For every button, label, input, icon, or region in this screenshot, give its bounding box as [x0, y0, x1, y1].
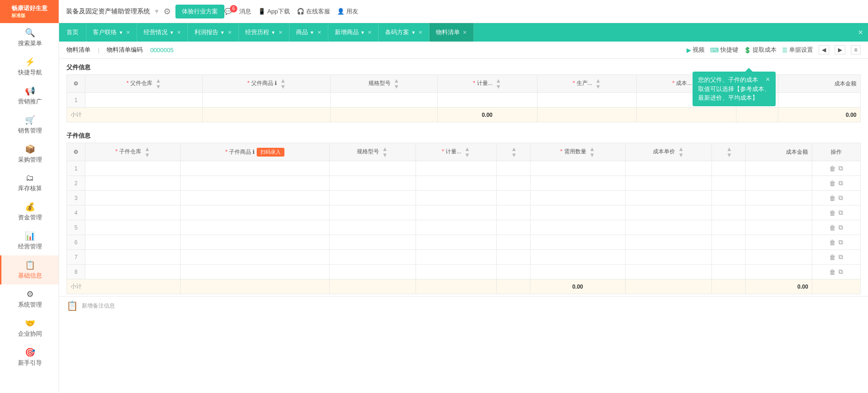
delete-icon-4[interactable]: 🗑: [829, 209, 836, 217]
child-cell-unit-cost-4[interactable]: [625, 206, 711, 220]
sidebar-item-basic_info[interactable]: 📋基础信息: [0, 255, 59, 284]
nav-tab-goods[interactable]: 商品▼✕: [289, 23, 328, 42]
nav-tab-profit[interactable]: 利润报告▼✕: [188, 23, 239, 42]
child-cell-need-qty-1[interactable]: [530, 161, 625, 176]
child-cell-unit-cost-5[interactable]: [625, 220, 711, 235]
child-cell-spec-2[interactable]: [329, 176, 416, 191]
child-cell-qty-2[interactable]: [416, 176, 496, 191]
experience-button[interactable]: 体验行业方案: [175, 5, 224, 18]
sidebar-item-marketing[interactable]: 📢营销推广: [0, 81, 59, 110]
delete-icon-8[interactable]: 🗑: [829, 268, 836, 276]
copy-icon-4[interactable]: ⧉: [838, 209, 843, 217]
online-service-item[interactable]: 🎧 在线客服: [297, 7, 330, 16]
child-cell-spec-1[interactable]: [329, 161, 416, 176]
child-cell-goods-8[interactable]: [180, 265, 329, 279]
parent-th-settings[interactable]: ⚙: [67, 75, 85, 93]
delete-icon-6[interactable]: 🗑: [829, 239, 836, 246]
sidebar-item-inventory[interactable]: 🗂库存核算: [0, 169, 59, 197]
nav-tab-close-goods[interactable]: ✕: [317, 30, 321, 36]
parent-cell-qty-1[interactable]: [437, 93, 537, 108]
delete-icon-7[interactable]: 🗑: [829, 254, 836, 261]
child-cell-qty-3[interactable]: [416, 191, 496, 206]
child-cell-spec-3[interactable]: [329, 191, 416, 206]
prev-page-button[interactable]: ◀: [819, 45, 829, 54]
nav-tab-close-new_goods[interactable]: ✕: [368, 30, 372, 36]
nav-tab-close-operation[interactable]: ✕: [177, 30, 181, 36]
nav-tab-close-barcode[interactable]: ✕: [418, 30, 422, 36]
sidebar-item-sales[interactable]: 🛒销售管理: [0, 110, 59, 139]
close-all-tabs-button[interactable]: ✕: [858, 29, 863, 36]
single-setting-button[interactable]: ☰ 单据设置: [782, 46, 813, 54]
child-cell-goods-2[interactable]: [180, 176, 329, 191]
child-cell-warehouse-7[interactable]: [85, 250, 181, 265]
child-th-settings[interactable]: ⚙: [67, 143, 85, 161]
next-page-button[interactable]: ▶: [835, 45, 845, 54]
child-cell-spec-6[interactable]: [329, 235, 416, 250]
nav-tab-close-customer[interactable]: ✕: [126, 30, 130, 36]
nav-tab-new_goods[interactable]: 新增商品▼✕: [328, 23, 379, 42]
copy-icon-5[interactable]: ⧉: [838, 224, 843, 231]
parent-cell-spec-1[interactable]: [331, 93, 437, 108]
child-cell-warehouse-8[interactable]: [85, 265, 181, 279]
child-cell-qty-1[interactable]: [416, 161, 496, 176]
child-cell-need-qty-3[interactable]: [530, 191, 625, 206]
copy-icon-3[interactable]: ⧉: [838, 194, 843, 202]
child-cell-unit-cost-7[interactable]: [625, 250, 711, 265]
child-cell-spec-4[interactable]: [329, 206, 416, 220]
message-item[interactable]: 💬 6 消息: [224, 7, 251, 16]
nav-tab-bom[interactable]: 物料清单✕: [429, 23, 474, 42]
child-cell-goods-5[interactable]: [180, 220, 329, 235]
delete-icon-2[interactable]: 🗑: [829, 180, 836, 187]
child-cell-spec-5[interactable]: [329, 220, 416, 235]
copy-icon-1[interactable]: ⧉: [838, 164, 843, 172]
child-cell-warehouse-2[interactable]: [85, 176, 181, 191]
child-cell-goods-1[interactable]: [180, 161, 329, 176]
child-cell-warehouse-5[interactable]: [85, 220, 181, 235]
nav-tab-history[interactable]: 经营历程▼✕: [239, 23, 289, 42]
delete-icon-3[interactable]: 🗑: [829, 194, 836, 202]
extract-cost-button[interactable]: 💲 提取成本: [744, 46, 777, 54]
tooltip-close-button[interactable]: ✕: [766, 75, 770, 84]
nav-tab-home[interactable]: 首页: [59, 23, 86, 42]
parent-cell-goods-1[interactable]: [203, 93, 331, 108]
sidebar-item-quick_nav[interactable]: ⚡快捷导航: [0, 52, 59, 81]
child-cell-unit-cost-1[interactable]: [625, 161, 711, 176]
parent-cell-prod-1[interactable]: [537, 93, 637, 108]
nav-tab-operation[interactable]: 经营情况▼✕: [137, 23, 188, 42]
nav-tab-customer[interactable]: 客户联络▼✕: [86, 23, 137, 42]
sidebar-item-system[interactable]: ⚙系统管理: [0, 284, 59, 314]
child-cell-warehouse-4[interactable]: [85, 206, 181, 220]
child-cell-qty-4[interactable]: [416, 206, 496, 220]
delete-icon-5[interactable]: 🗑: [829, 224, 836, 231]
child-cell-qty-8[interactable]: [416, 265, 496, 279]
child-cell-qty-5[interactable]: [416, 220, 496, 235]
nav-tab-close-profit[interactable]: ✕: [228, 30, 232, 36]
child-cell-need-qty-8[interactable]: [530, 265, 625, 279]
child-cell-goods-6[interactable]: [180, 235, 329, 250]
sidebar-item-enterprise[interactable]: 🤝企业协同: [0, 314, 59, 343]
child-cell-warehouse-1[interactable]: [85, 161, 181, 176]
scan-input-button[interactable]: 扫码录入: [257, 148, 284, 157]
breadcrumb-current[interactable]: 物料清单: [66, 46, 90, 54]
child-cell-need-qty-2[interactable]: [530, 176, 625, 191]
sidebar-item-operations[interactable]: 📊经营管理: [0, 226, 59, 255]
nav-tab-barcode[interactable]: 条码方案▼✕: [379, 23, 429, 42]
child-cell-unit-cost-6[interactable]: [625, 235, 711, 250]
copy-icon-8[interactable]: ⧉: [838, 268, 843, 276]
user-item[interactable]: 👤 用友: [337, 7, 358, 16]
child-cell-spec-7[interactable]: [329, 250, 416, 265]
view-video-button[interactable]: ▶ 视频: [687, 46, 705, 54]
shortcut-button[interactable]: ⌨ 快捷键: [710, 46, 738, 54]
child-cell-need-qty-7[interactable]: [530, 250, 625, 265]
child-cell-warehouse-6[interactable]: [85, 235, 181, 250]
copy-icon-2[interactable]: ⧉: [838, 179, 843, 187]
sidebar-item-purchase[interactable]: 📦采购管理: [0, 139, 59, 169]
child-cell-goods-7[interactable]: [180, 250, 329, 265]
child-cell-unit-cost-8[interactable]: [625, 265, 711, 279]
copy-icon-6[interactable]: ⧉: [838, 238, 843, 246]
child-cell-unit-cost-2[interactable]: [625, 176, 711, 191]
child-cell-qty-7[interactable]: [416, 250, 496, 265]
child-cell-qty-6[interactable]: [416, 235, 496, 250]
child-cell-goods-4[interactable]: [180, 206, 329, 220]
child-cell-goods-3[interactable]: [180, 191, 329, 206]
